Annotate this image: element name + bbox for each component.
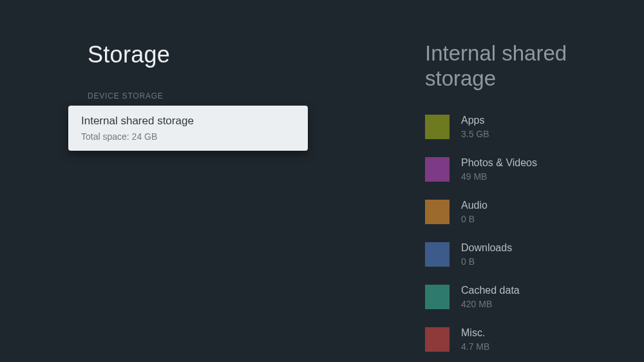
internal-storage-card[interactable]: Internal shared storage Total space: 24 … — [68, 106, 308, 151]
category-size: 420 MB — [461, 299, 520, 309]
category-swatch — [425, 285, 450, 309]
detail-title: Internal shared storage — [425, 41, 618, 91]
category-name: Cached data — [461, 285, 520, 296]
category-swatch — [425, 157, 450, 182]
category-item[interactable]: Downloads0 B — [425, 242, 618, 267]
category-name: Misc. — [461, 327, 489, 339]
category-size: 4.7 MB — [461, 341, 489, 352]
device-storage-label: DEVICE STORAGE — [88, 91, 399, 100]
card-title: Internal shared storage — [81, 115, 295, 128]
category-item[interactable]: Photos & Videos49 MB — [425, 157, 618, 182]
category-item[interactable]: Cached data420 MB — [425, 285, 618, 309]
category-swatch — [425, 242, 450, 267]
category-name: Downloads — [461, 242, 512, 254]
category-swatch — [425, 200, 450, 224]
category-item[interactable]: Misc.4.7 MB — [425, 327, 618, 352]
category-size: 0 B — [461, 256, 512, 267]
card-subtitle: Total space: 24 GB — [81, 131, 295, 142]
category-size: 3.5 GB — [461, 129, 489, 139]
category-list: Apps3.5 GBPhotos & Videos49 MBAudio0 BDo… — [425, 115, 618, 352]
page-title: Storage — [88, 41, 399, 68]
category-size: 0 B — [461, 214, 488, 224]
category-size: 49 MB — [461, 171, 537, 182]
category-item[interactable]: Audio0 B — [425, 200, 618, 224]
category-name: Photos & Videos — [461, 157, 537, 169]
category-swatch — [425, 115, 450, 139]
category-swatch — [425, 327, 450, 352]
category-name: Apps — [461, 115, 489, 126]
category-name: Audio — [461, 200, 488, 211]
category-item[interactable]: Apps3.5 GB — [425, 115, 618, 139]
